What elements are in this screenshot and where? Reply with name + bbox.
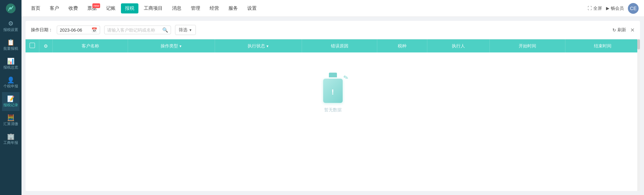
th-end_time: 结束时间 [565, 39, 640, 52]
baoshuijilu-label: 报税记录 [3, 103, 18, 107]
refresh-icon: ↻ [612, 28, 616, 33]
gongshangnianba-label: 工商年报 [3, 141, 18, 145]
fullscreen-label: 全屏 [593, 5, 602, 11]
huisuanqingshui-label: 汇算清缴 [3, 122, 18, 126]
search-wrap: 🔍 [104, 26, 171, 34]
geshuishenbao-label: 个税申报 [3, 84, 18, 88]
empty-illustration: ! ✏ [319, 73, 346, 103]
calendar-icon: 📅 [91, 27, 97, 33]
th-checkbox [26, 39, 39, 52]
nav-item-guanli[interactable]: 管理 [187, 3, 204, 13]
fullscreen-icon: ⛶ [588, 6, 592, 11]
sidebar-item-gongshangnianba[interactable]: 🏢 工商年报 [2, 130, 19, 149]
sidebar-item-pilianbaoshui[interactable]: 📋 批量报税 [2, 36, 19, 54]
empty-state: ! ✏ 暂无数据 [26, 52, 640, 133]
clipboard-body: ! [323, 79, 343, 103]
avatar[interactable]: CE [628, 3, 639, 14]
baoshuizonglan-icon: 📊 [7, 58, 14, 64]
member-icon: ▶ [606, 6, 609, 11]
scrollbar[interactable] [637, 39, 640, 191]
baoshuishezhi-icon: ⚙ [8, 21, 13, 27]
date-input-wrap[interactable]: 📅 [57, 26, 100, 34]
nav-item-kehu[interactable]: 客户 [46, 3, 63, 13]
nav-item-piaoju[interactable]: 票据new [83, 3, 101, 13]
filter-label: 筛选 [179, 27, 187, 33]
close-btn[interactable]: ✕ [630, 27, 635, 33]
column-settings-icon[interactable]: ⚙ [44, 43, 48, 49]
sidebar-item-baoshuizonglan[interactable]: 📊 报税总览 [2, 54, 19, 73]
sidebar: ⚙ 报税设置 📋 批量报税 📊 报税总览 👤 个税申报 📝 报税记录 🧮 汇算清… [0, 0, 22, 195]
scrollbar-thumb[interactable] [637, 39, 640, 49]
nav-item-shouye[interactable]: 首页 [27, 3, 44, 13]
baoshuijilu-icon: 📝 [7, 96, 14, 102]
svg-point-1 [10, 7, 12, 9]
th-executor: 执行人 [427, 39, 489, 52]
topnav-right: ⛶ 全屏 ▶ 畅会员 CE [588, 3, 639, 14]
table-header-row: ⚙客户名称操作类型▼执行状态▼错误原因税种执行人开始时间结束时间 [26, 39, 640, 52]
th-exec_status[interactable]: 执行状态▼ [215, 39, 302, 52]
th-start_time: 开始时间 [490, 39, 565, 52]
nav-item-gongshangxiangmu[interactable]: 工商项目 [140, 3, 167, 13]
filter-btn[interactable]: 筛选 ▼ [175, 25, 196, 35]
sort-icon-exec_status: ▼ [266, 44, 269, 48]
sidebar-item-baoshuishezhi[interactable]: ⚙ 报税设置 [2, 17, 19, 36]
table-wrap: ⚙客户名称操作类型▼执行状态▼错误原因税种执行人开始时间结束时间 ! [26, 39, 640, 191]
topnav: 首页客户收费票据new记账报税工商项目消息管理经营服务设置 ⛶ 全屏 ▶ 畅会员… [22, 0, 644, 17]
nav-item-xiaoxi[interactable]: 消息 [168, 3, 185, 13]
fullscreen-btn[interactable]: ⛶ 全屏 [588, 5, 602, 11]
gongshangnianba-icon: 🏢 [7, 133, 14, 140]
th-op_type[interactable]: 操作类型▼ [128, 39, 215, 52]
member-btn[interactable]: ▶ 畅会员 [606, 5, 624, 11]
sidebar-item-huisuanqingshui[interactable]: 🧮 汇算清缴 [2, 111, 19, 130]
nav-item-jingying[interactable]: 经营 [206, 3, 223, 13]
th-client: 客户名称 [53, 39, 128, 52]
pen-icon: ✏ [342, 73, 350, 82]
sidebar-logo[interactable] [0, 0, 22, 17]
th-error_reason: 错误原因 [302, 39, 377, 52]
refresh-label: 刷新 [617, 27, 626, 33]
baoshuishezhi-label: 报税设置 [3, 28, 18, 32]
data-table: ⚙客户名称操作类型▼执行状态▼错误原因税种执行人开始时间结束时间 ! [26, 39, 640, 133]
nav-badge-piaoju: new [92, 3, 100, 8]
sidebar-item-geshuishenbao[interactable]: 👤 个税申报 [2, 73, 19, 92]
nav-item-shoufei[interactable]: 收费 [65, 3, 82, 13]
geshuishenbao-icon: 👤 [7, 77, 14, 83]
sidebar-item-baoshuijilu[interactable]: 📝 报税记录 [2, 92, 19, 111]
page-content: 操作日期： 📅 🔍 筛选 ▼ ↻ 刷新 ✕ [26, 21, 640, 191]
nav-item-baoshui[interactable]: 报税 [121, 3, 138, 13]
sort-icon-op_type: ▼ [179, 44, 182, 48]
nav-item-shezhi[interactable]: 设置 [243, 3, 261, 13]
th-tax_type: 税种 [377, 39, 427, 52]
th-settings: ⚙ [39, 39, 53, 52]
content: 操作日期： 📅 🔍 筛选 ▼ ↻ 刷新 ✕ [22, 17, 644, 195]
pilianbaoshui-icon: 📋 [7, 39, 14, 45]
date-label: 操作日期： [31, 27, 53, 33]
baoshuizonglan-label: 报税总览 [3, 65, 18, 70]
nav-item-jizhang[interactable]: 记账 [102, 3, 120, 13]
pilianbaoshui-label: 批量报税 [3, 46, 18, 51]
nav-item-fuwu[interactable]: 服务 [224, 3, 242, 13]
search-input[interactable] [107, 28, 161, 33]
date-input[interactable] [60, 28, 89, 33]
select-all-checkbox[interactable] [30, 43, 35, 48]
main-area: 首页客户收费票据new记账报税工商项目消息管理经营服务设置 ⛶ 全屏 ▶ 畅会员… [22, 0, 644, 195]
huisuanqingshui-icon: 🧮 [7, 115, 14, 121]
member-label: 畅会员 [611, 5, 624, 11]
search-icon[interactable]: 🔍 [162, 27, 168, 33]
empty-text: 暂无数据 [324, 107, 342, 113]
refresh-btn[interactable]: ↻ 刷新 [612, 27, 626, 33]
topnav-items: 首页客户收费票据new记账报税工商项目消息管理经营服务设置 [27, 3, 588, 13]
toolbar: 操作日期： 📅 🔍 筛选 ▼ ↻ 刷新 ✕ [26, 21, 640, 39]
chevron-down-icon: ▼ [189, 28, 192, 32]
exclamation-mark: ! [332, 88, 334, 96]
clipboard-top [329, 73, 337, 77]
